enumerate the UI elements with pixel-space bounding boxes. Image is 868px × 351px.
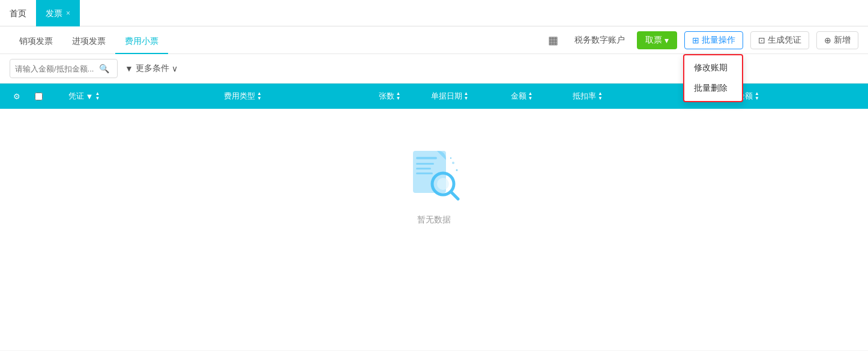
gear-icon: ⚙: [13, 92, 20, 101]
filter-arrow-icon: ∨: [172, 64, 178, 73]
svg-point-6: [437, 178, 449, 190]
search-box[interactable]: 🔍: [10, 59, 118, 78]
th-count[interactable]: 张数 ▲▼: [366, 91, 414, 102]
th-voucher-sort[interactable]: ▲▼: [95, 91, 100, 101]
search-input[interactable]: [15, 64, 99, 73]
th-rate-sort[interactable]: ▲▼: [598, 91, 603, 101]
th-count-label: 张数: [379, 91, 394, 102]
svg-rect-3: [416, 168, 431, 169]
th-deduct-sort[interactable]: ▲▼: [755, 91, 759, 101]
sub-tabs-left: 销项发票 进项发票 费用小票: [10, 26, 168, 53]
th-date-sort[interactable]: ▲▼: [464, 91, 469, 101]
svg-line-7: [451, 192, 458, 199]
batch-label: 批量操作: [702, 35, 735, 46]
sub-tabs-bar: 销项发票 进项发票 费用小票 ▦ 税务数字账户 取票 ▾ ⊞ 批量操作 修改账期…: [0, 26, 868, 54]
batch-icon: ⊞: [692, 35, 699, 45]
select-all-checkbox[interactable]: [35, 93, 43, 100]
tab-sales-invoice[interactable]: 销项发票: [10, 27, 62, 54]
qr-button[interactable]: ▦: [543, 31, 562, 50]
svg-rect-2: [416, 163, 434, 165]
svg-rect-1: [416, 157, 437, 159]
th-amount-sort[interactable]: ▲▼: [528, 91, 533, 101]
empty-text: 暂无数据: [417, 215, 451, 225]
th-date[interactable]: 单据日期 ▲▼: [414, 91, 486, 102]
batch-dropdown-menu: 修改账期 批量删除: [683, 54, 743, 102]
batch-operations-wrapper: ⊞ 批量操作 修改账期 批量删除: [684, 31, 743, 49]
top-nav: 首页 发票 ×: [0, 0, 868, 26]
th-voucher-filter-icon: ▼: [86, 92, 94, 101]
home-tab[interactable]: 首页: [0, 0, 36, 26]
add-label: 新增: [834, 35, 851, 46]
svg-point-9: [456, 169, 458, 171]
invoice-tab-label: 发票: [46, 0, 62, 26]
generate-icon: ⊡: [758, 35, 765, 45]
tax-digital-account-button[interactable]: 税务数字账户: [570, 35, 630, 46]
th-rate-label: 抵扣率: [573, 91, 596, 102]
generate-label: 生成凭证: [768, 35, 801, 46]
filter-label: 更多条件: [136, 63, 169, 74]
th-checkbox[interactable]: [29, 93, 48, 100]
th-date-label: 单据日期: [431, 91, 462, 102]
filter-funnel-icon: ▼: [125, 64, 133, 73]
add-button[interactable]: ⊕ 新增: [816, 31, 858, 49]
batch-delete-item[interactable]: 批量删除: [684, 78, 742, 99]
th-deduct-rate[interactable]: 抵扣率 ▲▼: [558, 91, 618, 102]
take-invoice-button[interactable]: 取票 ▾: [637, 31, 677, 49]
filter-button[interactable]: ▼ 更多条件 ∨: [125, 63, 178, 74]
th-voucher[interactable]: 凭证 ▼ ▲▼: [48, 91, 120, 102]
edit-period-item[interactable]: 修改账期: [684, 58, 742, 78]
tab-purchase-invoice[interactable]: 进项发票: [62, 27, 115, 54]
svg-rect-4: [416, 172, 433, 174]
search-icon[interactable]: 🔍: [99, 64, 109, 73]
svg-point-10: [450, 157, 451, 159]
th-type-sort[interactable]: ▲▼: [257, 91, 262, 101]
th-voucher-label: 凭证: [68, 91, 84, 102]
take-arrow-icon: ▾: [665, 35, 669, 45]
svg-point-8: [452, 162, 454, 164]
close-tab-icon[interactable]: ×: [66, 0, 70, 26]
th-settings[interactable]: ⚙: [5, 92, 29, 101]
batch-operations-button[interactable]: ⊞ 批量操作: [684, 31, 743, 49]
main-content: 暂无数据: [0, 109, 868, 350]
take-label: 取票: [645, 35, 662, 46]
generate-voucher-button[interactable]: ⊡ 生成凭证: [750, 31, 809, 49]
empty-state: 暂无数据: [0, 109, 868, 249]
th-count-sort[interactable]: ▲▼: [396, 91, 401, 101]
sub-tabs-right: ▦ 税务数字账户 取票 ▾ ⊞ 批量操作 修改账期 批量删除 ⊡ 生成凭证 ⊕ …: [543, 31, 858, 50]
th-type-label: 费用类型: [224, 91, 255, 102]
tab-expense-receipt[interactable]: 费用小票: [115, 27, 168, 54]
th-amount[interactable]: 金额 ▲▼: [486, 91, 558, 102]
invoice-tab[interactable]: 发票 ×: [36, 0, 80, 26]
add-icon: ⊕: [824, 35, 831, 45]
th-expense-type[interactable]: 费用类型 ▲▼: [120, 91, 366, 102]
empty-illustration: [404, 145, 464, 205]
th-amount-label: 金额: [511, 91, 526, 102]
